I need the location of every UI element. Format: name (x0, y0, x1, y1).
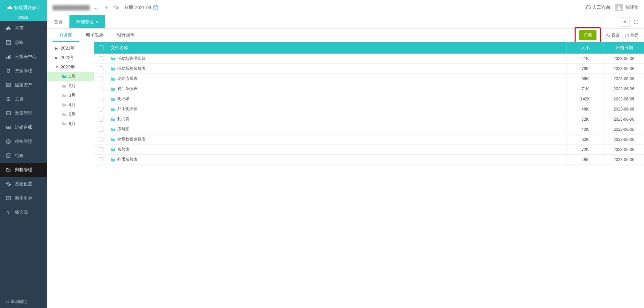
file-icon (111, 148, 115, 152)
tree-year-1[interactable]: ▶2022年 (47, 53, 94, 62)
nav-label-4: 固定资产 (15, 82, 32, 88)
subtab-einvoice-label: 电子发票 (86, 32, 103, 38)
tree-month-4[interactable]: 5月 (47, 110, 94, 119)
nav-icon-6 (5, 110, 11, 116)
nav-item-0[interactable]: 首页 (0, 21, 47, 35)
nav-item-3[interactable]: 资金管理 (0, 64, 47, 78)
settings-link[interactable]: 设置 (606, 32, 620, 38)
row-checkbox[interactable] (99, 127, 103, 132)
nav-icon-3 (5, 68, 11, 74)
nav-item-7[interactable]: 进销台账 (0, 120, 47, 134)
nav-icon-2 (5, 54, 11, 60)
cloud-icon (7, 5, 13, 10)
subtab-finance[interactable]: 财务账 (53, 29, 79, 42)
tree-month-2[interactable]: 3月 (47, 91, 94, 100)
service-link[interactable]: 人工咨询 (586, 4, 610, 10)
table-row[interactable]: 存货数量余额表62K2023-06-06 (94, 134, 644, 145)
company-selector[interactable]: ████████████ (53, 5, 90, 10)
row-checkbox[interactable] (99, 157, 103, 162)
nav-label-0: 首页 (15, 25, 24, 31)
nav-label-10: 归档管理 (15, 167, 32, 173)
row-checkbox[interactable] (99, 117, 103, 122)
close-tab-button[interactable]: × (620, 17, 630, 27)
tab-home[interactable]: 首页 (47, 15, 69, 28)
nav-label-3: 资金管理 (15, 68, 32, 74)
file-date: 2023-06-06 (604, 54, 644, 63)
table-row[interactable]: 现金流量表66K2023-06-06 (94, 74, 644, 84)
content: 财务账 电子发票 银行回单 归档 (47, 29, 644, 308)
user-menu[interactable]: 徐泽华 (615, 4, 639, 11)
file-date: 2023-06-06 (604, 84, 644, 94)
tree-month-0[interactable]: 1月 (47, 72, 94, 81)
table-row[interactable]: 利润表72K2023-06-06 (94, 114, 644, 124)
row-checkbox[interactable] (99, 56, 103, 61)
period-label: 账期 (124, 4, 133, 10)
nav-item-2[interactable]: 云报表中心 (0, 50, 47, 64)
nav-list: 首页总账云报表中心资金管理固定资产¥工资发票管理进销台账税税务管理结账归档管理基… (0, 21, 47, 296)
brand-logo[interactable]: 畅捷通好会计 (0, 0, 47, 15)
table-row[interactable]: 明细账142K2023-06-06 (94, 94, 644, 104)
subtab-bankreceipt[interactable]: 银行回单 (110, 29, 141, 42)
svg-rect-4 (8, 56, 9, 59)
nav-icon-7 (5, 124, 11, 130)
archive-button[interactable]: 归档 (579, 30, 596, 40)
tree-month-1[interactable]: 2月 (47, 81, 94, 91)
tree-month-3[interactable]: 4月 (47, 100, 94, 110)
file-size: 66K (566, 74, 604, 84)
subtab-bankreceipt-label: 银行回单 (117, 32, 134, 38)
tab-archive[interactable]: 归档管理 × (69, 15, 105, 28)
table-row[interactable]: 辅助核算明细账41K2023-06-06 (94, 54, 644, 64)
file-size: 142K (566, 94, 604, 104)
tree-month-5[interactable]: 6月 (47, 119, 94, 128)
row-checkbox[interactable] (99, 147, 103, 152)
nav-item-9[interactable]: 结账 (0, 149, 47, 163)
row-checkbox[interactable] (99, 97, 103, 101)
topbar: ████████████ ⌄ + 账期 2021-09 人工咨询 (47, 0, 644, 15)
table-row[interactable]: 余额表72K2023-06-06 (94, 145, 644, 155)
nav-item-8[interactable]: 税税务管理 (0, 134, 47, 149)
row-checkbox[interactable] (99, 66, 103, 71)
row-checkbox[interactable] (99, 137, 103, 142)
calendar-icon[interactable] (153, 5, 158, 10)
file-icon (111, 127, 115, 131)
row-checkbox[interactable] (99, 107, 103, 112)
caret-icon: ▶ (55, 56, 59, 60)
file-size: 72K (566, 145, 604, 154)
file-name: 现金流量表 (117, 76, 137, 82)
tree-year-2[interactable]: ▼2023年 (47, 62, 94, 72)
settings-label: 设置 (612, 32, 620, 38)
table-row[interactable]: 序时账40K2023-06-06 (94, 124, 644, 134)
subtab-einvoice[interactable]: 电子发票 (79, 29, 110, 42)
caret-icon: ▼ (55, 65, 59, 69)
company-dropdown-icon[interactable]: ⌄ (94, 4, 98, 11)
nav-item-4[interactable]: 固定资产 (0, 78, 47, 92)
svg-rect-6 (6, 83, 10, 87)
add-icon[interactable]: + (105, 4, 108, 10)
nav-item-13[interactable]: V畅会员 (0, 205, 47, 219)
header-filename: 文件名称 (108, 45, 566, 51)
svg-rect-3 (6, 57, 7, 59)
brand-name: 畅捷通好会计 (14, 5, 40, 11)
nav-item-6[interactable]: 发票管理 (0, 106, 47, 120)
row-checkbox[interactable] (99, 87, 103, 91)
subtab-finance-label: 财务账 (59, 32, 72, 38)
file-size: 72K (566, 114, 604, 124)
sidebar-unpin[interactable]: ↤ 取消固定 (0, 296, 47, 308)
table-row[interactable]: 辅助核算余额表79K2023-06-06 (94, 64, 644, 74)
tab-close-icon[interactable]: × (96, 20, 98, 24)
nav-item-1[interactable]: 总账 (0, 35, 47, 50)
refresh-link[interactable]: 刷新 (624, 32, 639, 38)
table-row[interactable]: 外币余额表48K2023-06-06 (94, 155, 644, 165)
tree-year-0[interactable]: ▶2021年 (47, 43, 94, 53)
nav-item-10[interactable]: 归档管理 (0, 163, 47, 177)
select-all-checkbox[interactable] (99, 45, 103, 50)
table-row[interactable]: 外币明细账48K2023-06-06 (94, 104, 644, 114)
table-row[interactable]: 资产负债表71K2023-06-06 (94, 84, 644, 94)
fullscreen-button[interactable] (631, 17, 641, 27)
file-date: 2023-06-06 (604, 114, 644, 124)
nav-item-11[interactable]: 基础设置 (0, 177, 47, 191)
row-checkbox[interactable] (99, 76, 103, 81)
gear-icon[interactable] (114, 5, 119, 10)
nav-item-5[interactable]: ¥工资 (0, 92, 47, 106)
nav-item-12[interactable]: 新手引导 (0, 191, 47, 205)
